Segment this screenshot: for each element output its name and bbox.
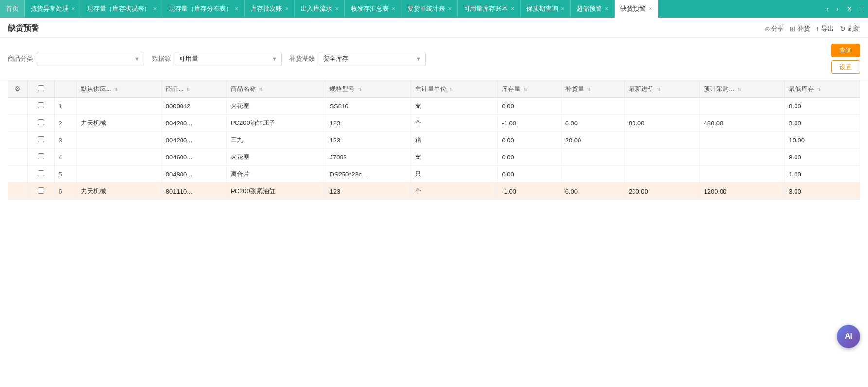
export-icon: ↑: [816, 25, 819, 33]
latest-price-column-label: 最新进价: [629, 85, 654, 92]
setting-button[interactable]: 设置: [831, 60, 860, 74]
checkbox-cell[interactable]: [27, 98, 54, 115]
close-icon[interactable]: ×: [153, 5, 157, 12]
close-icon[interactable]: ×: [335, 5, 339, 12]
tab-inventory-dist[interactable]: 现存量（库存分布表） ×: [163, 0, 245, 18]
tab-scroll-right[interactable]: ›: [832, 0, 843, 18]
unit-cell: 个: [411, 115, 498, 132]
tab-scroll-left[interactable]: ‹: [822, 0, 832, 18]
close-icon[interactable]: ×: [511, 5, 514, 12]
min-stock-cell: 3.00: [785, 115, 860, 132]
table-row[interactable]: 1 0000042 火花塞 SS816 支 0.00 8.00: [8, 98, 860, 115]
close-icon[interactable]: ×: [561, 5, 564, 12]
query-button[interactable]: 查询: [831, 44, 860, 57]
share-icon: ⎋: [765, 25, 769, 33]
tab-collect[interactable]: 收发存汇总表 ×: [345, 0, 401, 18]
share-button[interactable]: ⎋ 分享: [765, 24, 784, 33]
datasource-select[interactable]: 可用量 ▼: [175, 52, 282, 66]
spec-cell: 123: [326, 115, 411, 132]
replenish-qty-cell: 20.00: [561, 132, 624, 149]
tab-inout[interactable]: 出入库流水 ×: [295, 0, 345, 18]
tab-exception[interactable]: 拣货异常处理 ×: [25, 0, 81, 18]
close-icon[interactable]: ×: [649, 5, 652, 12]
stock-cell: -1.00: [498, 115, 561, 132]
row-checkbox[interactable]: [38, 170, 44, 176]
replenish-base-select[interactable]: 安全库存 ▼: [319, 52, 426, 66]
table-container: ⚙ 默认供应... ⇅ 商品... ⇅ 商品名称: [0, 80, 868, 200]
min-stock-cell: 3.00: [785, 183, 860, 200]
tab-batch[interactable]: 库存批次账 ×: [245, 0, 295, 18]
select-all-checkbox[interactable]: [38, 85, 44, 91]
category-select[interactable]: ▼: [37, 52, 144, 66]
table-row[interactable]: 5 004800... 离合片 DS250*23c... 只 0.00 1.00: [8, 166, 860, 183]
row-checkbox[interactable]: [38, 187, 44, 194]
datasource-filter-group: 数据源 可用量 ▼: [152, 52, 282, 66]
tab-available[interactable]: 可用量库存账本 ×: [458, 0, 521, 18]
close-icon[interactable]: ×: [285, 5, 289, 12]
tab-overstock-label: 超储预警: [577, 4, 602, 13]
product-name-column-label: 商品名称: [231, 85, 256, 92]
latest-price-cell: [624, 149, 700, 166]
sort-icon: ⇅: [114, 87, 118, 92]
table-row[interactable]: 2 力天机械 004200... PC200油缸庄子 123 个 -1.00 6…: [8, 115, 860, 132]
tab-requisition-label: 要货单统计表: [407, 4, 445, 13]
checkbox-cell[interactable]: [27, 115, 54, 132]
gear-cell: [8, 115, 27, 132]
tab-expand[interactable]: □: [856, 0, 868, 18]
gear-column-header[interactable]: ⚙: [8, 80, 27, 98]
row-checkbox[interactable]: [38, 136, 44, 142]
latest-price-cell: [624, 132, 700, 149]
est-purchase-column-header[interactable]: 预计采购... ⇅: [700, 80, 785, 98]
product-code-cell: 801110...: [162, 183, 226, 200]
checkbox-cell[interactable]: [27, 183, 54, 200]
product-code-column-header[interactable]: 商品... ⇅: [162, 80, 226, 98]
row-checkbox[interactable]: [38, 102, 44, 108]
tab-shortage[interactable]: 缺货预警 ×: [615, 0, 658, 18]
close-icon[interactable]: ×: [235, 5, 238, 12]
gear-button[interactable]: ⚙: [14, 84, 21, 93]
chevron-down-icon: ▼: [134, 56, 140, 62]
row-checkbox[interactable]: [38, 119, 44, 125]
checkbox-cell[interactable]: [27, 149, 54, 166]
latest-price-column-header[interactable]: 最新进价 ⇅: [624, 80, 700, 98]
filter-bar: 商品分类 ▼ 数据源 可用量 ▼ 补货基数 安全库存 ▼ 查询 设置: [0, 38, 868, 80]
data-table: ⚙ 默认供应... ⇅ 商品... ⇅ 商品名称: [8, 80, 860, 200]
close-icon[interactable]: ×: [605, 5, 608, 12]
tab-available-label: 可用量库存账本: [464, 4, 508, 13]
refresh-button[interactable]: ↻ 刷新: [840, 24, 860, 33]
row-checkbox[interactable]: [38, 153, 44, 159]
min-stock-column-header[interactable]: 最低库存 ⇅: [785, 80, 860, 98]
tab-requisition[interactable]: 要货单统计表 ×: [401, 0, 458, 18]
unit-column-label: 主计量单位: [415, 85, 447, 92]
replenish-qty-cell: [561, 166, 624, 183]
gear-cell: [8, 132, 27, 149]
tab-inventory-status[interactable]: 现存量（库存状况表） ×: [81, 0, 163, 18]
checkbox-cell[interactable]: [27, 166, 54, 183]
page-header: 缺货预警 ⎋ 分享 ⊞ 补货 ↑ 导出 ↻ 刷新: [0, 18, 868, 38]
ai-badge[interactable]: Ai: [837, 325, 860, 348]
tab-expiry[interactable]: 保质期查询 ×: [521, 0, 571, 18]
spec-cell: J7092: [326, 149, 411, 166]
unit-cell: 只: [411, 166, 498, 183]
stock-column-header[interactable]: 库存量 ⇅: [498, 80, 561, 98]
export-button[interactable]: ↑ 导出: [816, 24, 834, 33]
spec-column-label: 规格型号: [329, 85, 355, 92]
tab-inventory-status-label: 现存量（库存状况表）: [87, 4, 150, 13]
supplier-column-header[interactable]: 默认供应... ⇅: [76, 80, 162, 98]
checkbox-column-header[interactable]: [27, 80, 54, 98]
tab-home[interactable]: 首页: [0, 0, 25, 18]
replenish-button[interactable]: ⊞ 补货: [790, 24, 810, 33]
close-icon[interactable]: ×: [392, 5, 395, 12]
table-row[interactable]: 4 004600... 火花塞 J7092 支 0.00 8.00: [8, 149, 860, 166]
unit-column-header[interactable]: 主计量单位 ⇅: [411, 80, 498, 98]
tab-close-all[interactable]: ✕: [843, 0, 856, 18]
checkbox-cell[interactable]: [27, 132, 54, 149]
table-row[interactable]: 3 004200... 三九 123 箱 0.00 20.00 10.00: [8, 132, 860, 149]
table-row[interactable]: 6 力天机械 801110... PC200张紧油缸 123 个 -1.00 6…: [8, 183, 860, 200]
close-icon[interactable]: ×: [72, 5, 75, 12]
close-icon[interactable]: ×: [448, 5, 452, 12]
product-name-column-header[interactable]: 商品名称 ⇅: [227, 80, 326, 98]
replenish-qty-column-header[interactable]: 补货量 ⇅: [561, 80, 624, 98]
tab-overstock[interactable]: 超储预警 ×: [571, 0, 615, 18]
spec-column-header[interactable]: 规格型号 ⇅: [326, 80, 411, 98]
